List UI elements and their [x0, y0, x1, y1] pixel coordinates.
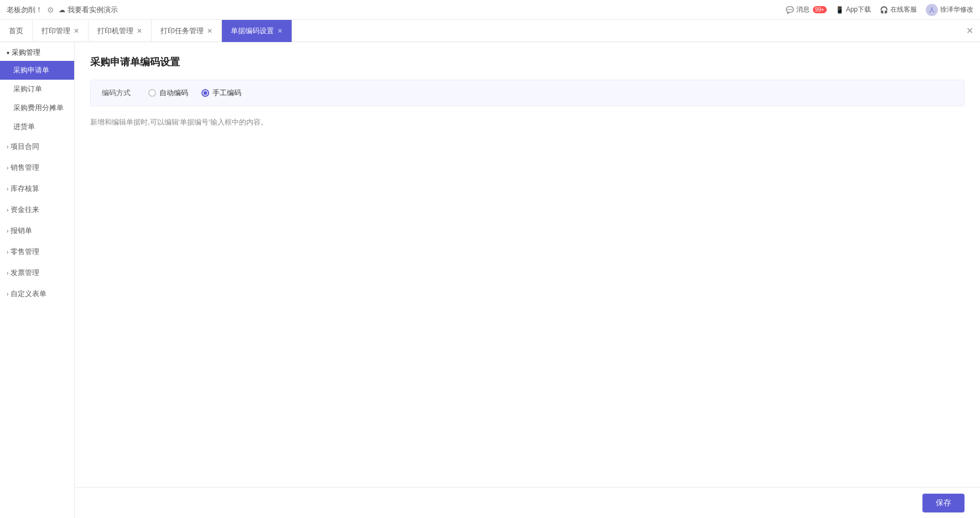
app-title: 老板勿削！: [7, 5, 43, 15]
chevron-right-icon: ›: [7, 291, 8, 297]
chevron-right-icon: ›: [7, 228, 8, 234]
chevron-right-icon: ›: [7, 165, 8, 171]
sidebar-group-sales-management[interactable]: › 销售管理: [0, 157, 74, 178]
tab-code-settings[interactable]: 单据编码设置 ✕: [222, 20, 292, 42]
save-button[interactable]: 保存: [922, 494, 965, 512]
sidebar-item-stock-in[interactable]: 进货单: [0, 117, 74, 136]
radio-manual-label: 手工编码: [212, 88, 241, 98]
radio-auto-encoding[interactable]: 自动编码: [148, 88, 188, 98]
message-button[interactable]: 💬 消息 99+: [786, 5, 827, 14]
tab-printer-management[interactable]: 打印机管理 ✕: [89, 20, 152, 42]
tab-code-settings-label: 单据编码设置: [231, 20, 274, 42]
top-bar-right: 💬 消息 99+ 📱 App下载 🎧 在线客服 人 徐泽华修改: [786, 4, 973, 16]
sidebar: ▾ 采购管理 采购申请单 采购订单 采购费用分摊单 进货单 › 项目合同 › 销…: [0, 42, 75, 518]
sidebar-group-inventory[interactable]: › 库存核算: [0, 178, 74, 199]
page-title: 采购申请单编码设置: [90, 55, 965, 69]
tab-print-task-management-label: 打印任务管理: [160, 20, 204, 42]
sidebar-item-purchase-request[interactable]: 采购申请单: [0, 61, 74, 80]
tab-home[interactable]: 首页: [0, 20, 33, 42]
close-tab-code-settings-icon[interactable]: ✕: [277, 20, 283, 42]
close-all-icon[interactable]: ✕: [960, 25, 980, 36]
app-download-button[interactable]: 📱 App下载: [836, 5, 871, 14]
radio-auto-circle: [148, 89, 156, 97]
sidebar-group-expense-report[interactable]: › 报销单: [0, 220, 74, 241]
sidebar-group-custom-form[interactable]: › 自定义表单: [0, 283, 74, 304]
chevron-down-icon: ▾: [7, 50, 9, 56]
sidebar-group-invoice[interactable]: › 发票管理: [0, 262, 74, 283]
sidebar-item-purchase-cost-allocation[interactable]: 采购费用分摊单: [0, 99, 74, 117]
content-inner: 采购申请单编码设置 编码方式 自动编码 手工编码 新增和编辑单据时,可以编辑'单…: [75, 42, 980, 487]
chevron-right-icon: ›: [7, 249, 8, 255]
message-icon: 💬: [786, 6, 794, 14]
chevron-right-icon: ›: [7, 144, 8, 150]
content-area: 采购申请单编码设置 编码方式 自动编码 手工编码 新增和编辑单据时,可以编辑'单…: [75, 42, 980, 518]
close-tab-print-task-management-icon[interactable]: ✕: [207, 20, 212, 42]
tab-print-management-label: 打印管理: [42, 20, 70, 42]
sidebar-group-retail[interactable]: › 零售管理: [0, 241, 74, 262]
settings-icon[interactable]: ⚙: [47, 6, 54, 14]
radio-manual-encoding[interactable]: 手工编码: [201, 88, 241, 98]
message-badge: 99+: [813, 6, 827, 13]
headset-icon: 🎧: [880, 6, 888, 14]
encoding-section: 编码方式 自动编码 手工编码: [90, 80, 965, 106]
avatar: 人: [926, 4, 938, 16]
chevron-right-icon: ›: [7, 207, 8, 213]
radio-auto-label: 自动编码: [159, 88, 188, 98]
tab-bar: 首页 打印管理 ✕ 打印机管理 ✕ 打印任务管理 ✕ 单据编码设置 ✕ ✕: [0, 20, 980, 42]
app-download-icon: 📱: [836, 6, 844, 14]
top-bar-left: 老板勿削！ ⚙ ☁ 我要看实例演示: [7, 5, 118, 15]
sidebar-item-purchase-order[interactable]: 采购订单: [0, 80, 74, 99]
content-bottom-bar: 保存: [75, 487, 980, 518]
encoding-label: 编码方式: [102, 88, 131, 98]
demo-link[interactable]: ☁ 我要看实例演示: [59, 5, 118, 15]
hint-text: 新增和编辑单据时,可以编辑'单据编号'输入框中的内容。: [90, 117, 965, 127]
tab-printer-management-label: 打印机管理: [97, 20, 133, 42]
chevron-right-icon: ›: [7, 270, 8, 276]
sidebar-group-project-contract[interactable]: › 项目合同: [0, 136, 74, 157]
main-layout: ▾ 采购管理 采购申请单 采购订单 采购费用分摊单 进货单 › 项目合同 › 销…: [0, 42, 980, 518]
tab-home-label: 首页: [9, 20, 23, 42]
sidebar-group-capital[interactable]: › 资金往来: [0, 199, 74, 220]
top-bar: 老板勿削！ ⚙ ☁ 我要看实例演示 💬 消息 99+ 📱 App下载 🎧 在线客…: [0, 0, 980, 20]
sidebar-group-procurement: ▾ 采购管理 采购申请单 采购订单 采购费用分摊单 进货单: [0, 42, 74, 136]
online-service-button[interactable]: 🎧 在线客服: [880, 5, 917, 14]
close-tab-print-management-icon[interactable]: ✕: [74, 20, 79, 42]
tab-print-task-management[interactable]: 打印任务管理 ✕: [152, 20, 222, 42]
sidebar-group-title-procurement[interactable]: ▾ 采购管理: [0, 42, 74, 61]
chevron-right-icon: ›: [7, 186, 8, 192]
user-profile-button[interactable]: 人 徐泽华修改: [926, 4, 973, 16]
tab-print-management[interactable]: 打印管理 ✕: [33, 20, 89, 42]
radio-manual-circle: [201, 89, 209, 97]
close-tab-printer-management-icon[interactable]: ✕: [137, 20, 142, 42]
